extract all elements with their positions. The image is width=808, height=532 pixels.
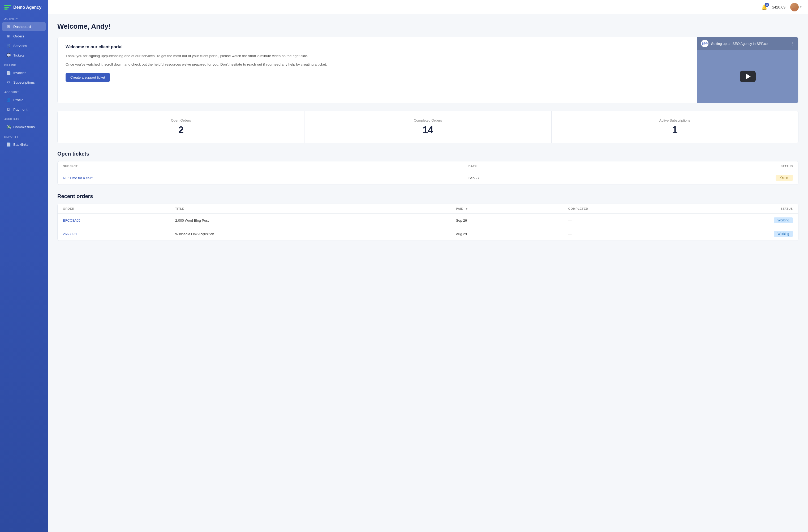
sidebar-item-commissions[interactable]: 💸 Commissions [2, 122, 45, 131]
orders-icon: 🖥 [6, 34, 11, 38]
open-tickets-table: SUBJECT DATE STATUS RE: Time for a call?… [57, 161, 798, 185]
video-options-icon[interactable]: ⋮ [790, 41, 794, 46]
sidebar-item-label: Orders [13, 34, 24, 38]
orders-table-header: ORDER TITLE PAID ▼ COMPLETED STATUS [58, 204, 798, 214]
sidebar-item-label: Services [13, 44, 27, 48]
commissions-icon: 💸 [6, 125, 11, 129]
status-badge: Working [774, 217, 793, 223]
col-title-header: TITLE [175, 207, 456, 210]
account-balance: $420.69 [772, 5, 786, 9]
order-completed-date: — [568, 219, 681, 222]
order-id-link[interactable]: 2668095E [63, 232, 78, 236]
video-panel: SPP Setting up an SEO Agency in SPP.co ⋮ [697, 37, 798, 103]
page-title: Welcome, Andy! [57, 22, 798, 31]
subscriptions-icon: ↺ [6, 80, 11, 85]
services-icon: 🛒 [6, 43, 11, 48]
video-title: Setting up an SEO Agency in SPP.co [711, 42, 768, 45]
sidebar-item-profile[interactable]: 👤 Profile [2, 95, 45, 104]
user-menu[interactable]: ▾ [790, 3, 802, 12]
sidebar-item-label: Backlinks [13, 143, 29, 147]
play-button[interactable] [740, 71, 756, 82]
active-subs-label: Active Subscriptions [557, 118, 793, 122]
sidebar-item-label: Dashboard [13, 25, 31, 29]
notification-badge: 2 [765, 3, 769, 7]
order-id: BFCC8A05 [63, 218, 175, 223]
table-row: BFCC8A05 2,000 Word Blog Post Sep 26 — W… [58, 214, 798, 227]
ticket-status: Open [631, 175, 793, 181]
order-completed-date: — [568, 232, 681, 236]
payment-icon: 🖥 [6, 107, 11, 111]
topbar: 🔔 2 $420.69 ▾ [48, 0, 808, 14]
sidebar-item-invoices[interactable]: 📄 Invoices [2, 68, 45, 77]
logo-icon [4, 5, 11, 10]
account-section-label: ACCOUNT [0, 87, 48, 95]
sidebar-item-tickets[interactable]: 💬 Tickets [2, 51, 45, 60]
main-area: 🔔 2 $420.69 ▾ Welcome, Andy! Welcome to … [48, 0, 808, 532]
backlinks-icon: 📄 [6, 142, 11, 147]
table-row: 2668095E Wikipedia Link Acqusition Aug 2… [58, 227, 798, 240]
stats-row: Open Orders 2 Completed Orders 14 Active… [57, 111, 798, 143]
order-paid-date: Sep 26 [456, 219, 568, 222]
ticket-subject-link[interactable]: RE: Time for a call? [63, 176, 93, 180]
welcome-card: Welcome to our client portal Thank you f… [57, 37, 798, 103]
recent-orders-section-title: Recent orders [57, 193, 798, 199]
video-play-area[interactable] [697, 50, 798, 103]
invoices-icon: 📄 [6, 71, 11, 75]
sidebar-item-subscriptions[interactable]: ↺ Subscriptions [2, 78, 45, 87]
notification-bell[interactable]: 🔔 2 [761, 4, 767, 10]
activity-section-label: ACTIVITY [0, 14, 48, 22]
open-orders-stat: Open Orders 2 [58, 111, 305, 143]
col-status-header: STATUS [631, 165, 793, 168]
col-completed-header: COMPLETED [568, 207, 681, 210]
order-title: Wikipedia Link Acqusition [175, 232, 456, 236]
create-ticket-button[interactable]: Create a support ticket [66, 73, 110, 82]
sidebar-item-label: Tickets [13, 53, 24, 57]
completed-orders-value: 14 [310, 125, 546, 136]
video-channel-icon: SPP [701, 40, 709, 47]
col-paid-header: PAID ▼ [456, 207, 568, 210]
ticket-subject: RE: Time for a call? [63, 176, 469, 180]
sidebar-item-payment[interactable]: 🖥 Payment [2, 105, 45, 114]
sidebar-item-orders[interactable]: 🖥 Orders [2, 32, 45, 41]
profile-icon: 👤 [6, 98, 11, 102]
main-content: Welcome, Andy! Welcome to our client por… [48, 14, 808, 532]
open-orders-label: Open Orders [63, 118, 299, 122]
completed-orders-label: Completed Orders [310, 118, 546, 122]
status-badge: Open [776, 175, 793, 181]
brand-logo[interactable]: Demo Agency [0, 0, 48, 14]
recent-orders-table: ORDER TITLE PAID ▼ COMPLETED STATUS BFCC… [57, 204, 798, 241]
order-status: Working [681, 217, 793, 223]
billing-section-label: BILLING [0, 60, 48, 68]
sidebar-item-backlinks[interactable]: 📄 Backlinks [2, 140, 45, 149]
sidebar-item-label: Commissions [13, 125, 35, 129]
sidebar-item-services[interactable]: 🛒 Services [2, 41, 45, 50]
order-id: 2668095E [63, 232, 175, 236]
order-title: 2,000 Word Blog Post [175, 219, 456, 222]
table-row: RE: Time for a call? Sep 27 Open [58, 171, 798, 184]
chevron-down-icon: ▾ [800, 5, 802, 9]
avatar [790, 3, 799, 12]
ticket-date: Sep 27 [469, 176, 631, 180]
welcome-paragraph-2: Once you've watched it, scroll down, and… [66, 61, 690, 68]
play-icon [746, 74, 751, 79]
col-order-header: ORDER [63, 207, 175, 210]
col-subject-header: SUBJECT [63, 165, 469, 168]
active-subs-stat: Active Subscriptions 1 [552, 111, 798, 143]
brand-name: Demo Agency [13, 5, 41, 10]
affiliate-section-label: AFFILIATE [0, 114, 48, 122]
sidebar-item-label: Payment [13, 108, 27, 111]
sort-icon: ▼ [465, 207, 468, 210]
sidebar-item-dashboard[interactable]: ⊞ Dashboard [2, 22, 45, 31]
order-paid-date: Aug 29 [456, 232, 568, 236]
tickets-table-header: SUBJECT DATE STATUS [58, 161, 798, 171]
order-id-link[interactable]: BFCC8A05 [63, 219, 80, 222]
welcome-text-panel: Welcome to our client portal Thank you f… [58, 37, 697, 103]
sidebar-item-label: Profile [13, 98, 23, 102]
dashboard-icon: ⊞ [6, 24, 11, 29]
col-status2-header: STATUS [681, 207, 793, 210]
status-badge: Working [774, 231, 793, 237]
sidebar: Demo Agency ACTIVITY ⊞ Dashboard 🖥 Order… [0, 0, 48, 532]
welcome-heading: Welcome to our client portal [66, 44, 690, 49]
active-subs-value: 1 [557, 125, 793, 136]
sidebar-item-label: Subscriptions [13, 80, 35, 85]
